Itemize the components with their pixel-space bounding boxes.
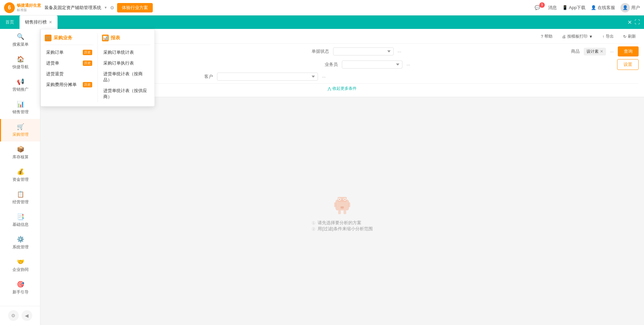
sidebar-item-capital[interactable]: 💰 资金管理 xyxy=(0,164,40,187)
sidebar-label-sys: 系统管理 xyxy=(12,244,29,250)
logo-text: 畅捷通好生意 标准版 xyxy=(17,3,41,12)
messages-item[interactable]: 💬 9 消息 xyxy=(535,5,557,11)
sidebar-item-sales[interactable]: 📊 销售管理 xyxy=(0,96,40,119)
menu-item-po-stats[interactable]: 采购订单统计表 xyxy=(102,47,151,58)
inbound-stats-supplier-label: 进货单统计表（按供应商） xyxy=(103,88,149,100)
tab-close-icon[interactable]: ✕ xyxy=(628,19,632,26)
empty-tips: 请先选择要分析的方案 用[过滤]条件来缩小分析范围 xyxy=(312,220,372,232)
industry-btn[interactable]: 体验行业方案 xyxy=(117,3,153,12)
system-dropdown-arrow[interactable]: ▼ xyxy=(104,6,107,9)
collapse-sidebar-btn[interactable]: ◀ xyxy=(22,310,32,321)
sidebar-item-enterprise[interactable]: 🤝 企业协同 xyxy=(0,254,40,277)
menu-item-inbound-stats-supplier[interactable]: 进货单统计表（按供应商） xyxy=(102,85,151,102)
settings-btn[interactable]: 设置 xyxy=(617,59,639,70)
export-label: 导出 xyxy=(606,34,614,39)
report-column-header: 📊 报表 xyxy=(102,33,151,45)
doc-status-label: 单据状态 xyxy=(312,48,329,54)
menu-item-purchase-order[interactable]: 采购订单 历史 xyxy=(45,47,94,58)
print-label: 按模板打印 xyxy=(567,34,587,39)
doc-status-select[interactable] xyxy=(333,47,394,55)
tab-bar: 首页 销售排行榜 ✕ ✕ ⛶ xyxy=(0,15,644,29)
doc-status-more[interactable]: ··· xyxy=(398,49,401,54)
refresh-icon: ↻ xyxy=(623,34,627,39)
app-download-label: App下载 xyxy=(569,5,585,11)
tab-sales-rank-label: 销售排行榜 xyxy=(25,19,47,25)
sidebar-label-capital: 资金管理 xyxy=(12,177,29,182)
menu-item-inbound[interactable]: 进货单 历史 xyxy=(45,58,94,69)
app-download-item[interactable]: 📱 App下载 xyxy=(562,5,585,11)
inventory-icon: 📦 xyxy=(17,146,24,153)
tab-maximize-icon[interactable]: ⛶ xyxy=(635,19,640,25)
messages-label: 消息 xyxy=(548,5,557,11)
goods-more[interactable]: ··· xyxy=(610,49,614,54)
customer-select[interactable] xyxy=(217,73,318,81)
sidebar-label-guide: 新手引导 xyxy=(12,289,29,295)
salesperson-more[interactable]: ··· xyxy=(406,62,410,67)
salesperson-select[interactable] xyxy=(342,60,402,69)
settings-icon[interactable]: ⚙ xyxy=(110,5,114,10)
sidebar-label-operations: 经营管理 xyxy=(12,199,29,205)
capital-icon: 💰 xyxy=(17,168,24,175)
inbound-hist: 历史 xyxy=(83,60,92,66)
user-item[interactable]: 👤 用户 xyxy=(620,3,640,12)
goods-tag-text: 设计素 xyxy=(586,49,599,54)
menu-item-po-exec[interactable]: 采购订单执行表 xyxy=(102,58,151,69)
tab-sales-rank-close[interactable]: ✕ xyxy=(49,20,52,25)
settings-bottom-btn[interactable]: ⚙ xyxy=(8,310,19,321)
menu-item-purchase-expense[interactable]: 采购费用分摊单 历史 xyxy=(45,79,94,90)
menu-item-return[interactable]: 进货退货 xyxy=(45,69,94,79)
customer-more[interactable]: ··· xyxy=(322,74,326,79)
purchase-menu-overlay: 🛒 采购业务 采购订单 历史 进货单 历史 进货退货 采购费用分摊单 历史 📊 xyxy=(40,29,155,107)
sidebar-item-operations[interactable]: 📋 经营管理 xyxy=(0,187,40,209)
operations-icon: 📋 xyxy=(17,191,24,198)
purchase-column-header: 🛒 采购业务 xyxy=(45,33,94,45)
svg-point-4 xyxy=(339,199,340,200)
sidebar-item-basic-info[interactable]: 📑 基础信息 xyxy=(0,209,40,232)
query-btn[interactable]: 查询 xyxy=(618,46,639,56)
enterprise-icon: 🤝 xyxy=(17,258,24,266)
empty-tip-1: 请先选择要分析的方案 xyxy=(312,220,372,226)
empty-state: 请先选择要分析的方案 用[过滤]条件来缩小分析范围 xyxy=(40,97,644,325)
sidebar-item-search-menu[interactable]: 🔍 搜索菜单 xyxy=(0,29,40,51)
logo-area: 6 畅捷通好生意 标准版 xyxy=(4,2,44,13)
goods-tag-close[interactable]: ✕ xyxy=(600,49,603,54)
sidebar-label-inventory: 库存核算 xyxy=(12,154,29,160)
svg-rect-10 xyxy=(344,210,346,214)
svg-rect-7 xyxy=(334,202,336,207)
header-system-name: 装备及固定资产辅助管理系统 ▼ ⚙ 体验行业方案 xyxy=(44,3,535,12)
sidebar-label-basic-info: 基础信息 xyxy=(12,222,29,228)
export-icon: ↑ xyxy=(602,34,604,39)
service-icon: 👤 xyxy=(591,5,596,10)
collapse-icon: ⋀ xyxy=(328,86,331,91)
menu-item-inbound-stats-goods[interactable]: 进货单统计表（按商品） xyxy=(102,69,151,85)
tab-sales-rank[interactable]: 销售排行榜 ✕ xyxy=(20,15,58,29)
refresh-btn[interactable]: ↻ 刷新 xyxy=(620,32,639,41)
sidebar-item-purchase[interactable]: 🛒 采购管理 xyxy=(0,119,40,141)
sidebar-item-sys-mgmt[interactable]: ⚙️ 系统管理 xyxy=(0,232,40,254)
tab-home[interactable]: 首页 xyxy=(0,15,20,29)
sales-icon: 📊 xyxy=(17,100,24,108)
search-icon: 🔍 xyxy=(17,33,24,40)
sidebar-item-inventory[interactable]: 📦 库存核算 xyxy=(0,141,40,164)
help-btn[interactable]: ? 帮助 xyxy=(538,32,555,41)
sidebar-label-quick-nav: 快捷导航 xyxy=(12,64,29,70)
online-service-item[interactable]: 👤 在线客服 xyxy=(591,5,615,11)
sidebar-label-search: 搜索菜单 xyxy=(12,42,29,47)
menu-columns: 🛒 采购业务 采购订单 历史 进货单 历史 进货退货 采购费用分摊单 历史 📊 xyxy=(41,33,154,102)
report-header-label: 报表 xyxy=(111,35,120,41)
empty-tip-2: 用[过滤]条件来缩小分析范围 xyxy=(312,226,372,232)
mobile-icon: 📱 xyxy=(562,5,568,10)
sidebar-item-marketing[interactable]: 📢 营销推广 xyxy=(0,74,40,96)
svg-rect-8 xyxy=(348,202,350,207)
sidebar-bottom: ⚙ ◀ xyxy=(0,306,40,325)
print-btn[interactable]: 🖨 按模板打印 ▼ xyxy=(559,32,596,41)
sidebar-label-enterprise: 企业协同 xyxy=(12,267,29,273)
customer-label: 客户 xyxy=(204,74,213,80)
sidebar-item-guide[interactable]: 🎯 新手引导 xyxy=(0,277,40,299)
refresh-label: 刷新 xyxy=(628,34,636,39)
online-service-label: 在线客服 xyxy=(598,5,615,11)
sidebar-item-quick-nav[interactable]: 🏠 快捷导航 xyxy=(0,51,40,74)
guide-icon: 🎯 xyxy=(17,281,24,288)
export-btn[interactable]: ↑ 导出 xyxy=(600,32,616,41)
purchase-order-label: 采购订单 xyxy=(46,49,64,55)
